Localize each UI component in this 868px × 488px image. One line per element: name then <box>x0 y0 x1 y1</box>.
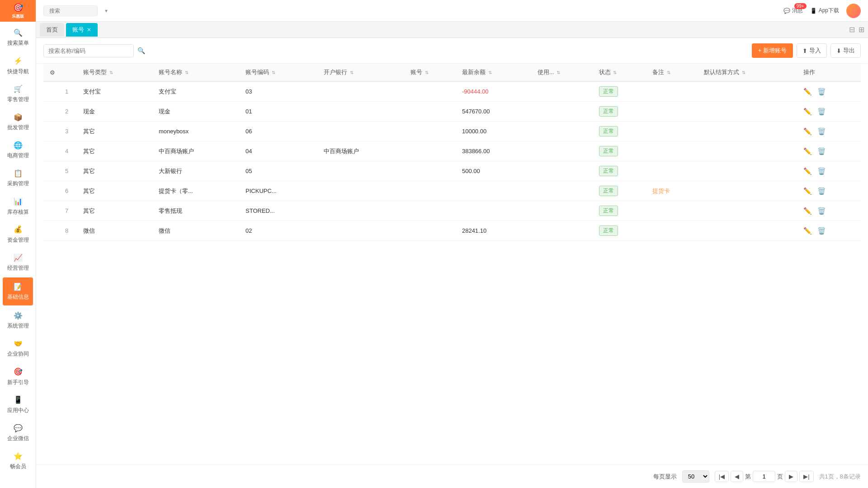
col-account-number[interactable]: 账号 ⇅ <box>407 64 458 81</box>
edit-button-1[interactable]: ✏️ <box>803 108 812 116</box>
sidebar-item-inventory-check[interactable]: 📊库存核算 <box>0 192 36 220</box>
row-default-settlement-2 <box>700 122 800 141</box>
page-nav: |◀ ◀ 第 页 ▶ ▶| <box>715 471 814 482</box>
tab-minimize-icon[interactable]: ⊟ <box>849 25 855 34</box>
col-account-name[interactable]: 账号名称 ⇅ <box>155 64 242 81</box>
sidebar-item-purchase-mgmt[interactable]: 📋采购管理 <box>0 164 36 192</box>
tabs-bar: 首页 账号 ✕ ⊟ ⊞ <box>36 22 868 38</box>
sidebar-item-quick-nav[interactable]: ⚡快捷导航 <box>0 52 36 80</box>
sidebar-icon-vip-member: ⭐ <box>14 451 23 461</box>
delete-button-4[interactable]: 🗑️ <box>817 167 826 175</box>
sidebar-item-vip-member[interactable]: ⭐畅会员 <box>0 447 36 475</box>
delete-button-0[interactable]: 🗑️ <box>817 88 826 96</box>
sidebar-item-beginner-guide[interactable]: 🎯新手引导 <box>0 362 36 390</box>
col-usage[interactable]: 使用... ⇅ <box>534 64 595 81</box>
sidebar-item-basic-info[interactable]: 📝基础信息 <box>3 277 33 305</box>
col-bank[interactable]: 开户银行 ⇅ <box>320 64 407 81</box>
row-index-4: 5 <box>61 161 80 181</box>
top-header-right: 💬 消息 99+ 📱 App下载 <box>783 4 861 18</box>
sidebar-item-enterprise-wechat[interactable]: 💬企业微信 <box>0 419 36 447</box>
delete-button-7[interactable]: 🗑️ <box>817 227 826 235</box>
first-page-button[interactable]: |◀ <box>715 471 729 482</box>
sidebar-icon-search-order: 🔍 <box>14 28 23 38</box>
row-status-5: 正常 <box>595 181 649 201</box>
top-header: ▾ 💬 消息 99+ 📱 App下载 <box>36 0 868 22</box>
sidebar-label-wholesale-mgmt: 批发管理 <box>7 124 29 131</box>
row-settings-7 <box>43 221 61 241</box>
delete-button-1[interactable]: 🗑️ <box>817 108 826 116</box>
delete-button-6[interactable]: 🗑️ <box>817 207 826 215</box>
search-icon[interactable]: 🔍 <box>137 47 145 54</box>
delete-button-2[interactable]: 🗑️ <box>817 127 826 136</box>
app-download-button[interactable]: 📱 App下载 <box>810 7 839 14</box>
edit-button-5[interactable]: ✏️ <box>803 187 812 195</box>
page-size-select[interactable]: 50 100 200 <box>682 470 709 483</box>
row-default-settlement-5 <box>700 181 800 201</box>
user-avatar[interactable] <box>846 4 861 18</box>
table-header-row: ⚙ 账号类型 ⇅ 账号名称 ⇅ 账号编码 ⇅ 开户银行 ⇅ 账号 ⇅ 最新余额 … <box>43 64 861 81</box>
dropdown-arrow-icon[interactable]: ▾ <box>105 8 108 14</box>
row-balance-6 <box>458 201 534 221</box>
row-usage-0 <box>534 81 595 102</box>
sidebar-item-retail-mgmt[interactable]: 🛒零售管理 <box>0 80 36 108</box>
row-usage-3 <box>534 141 595 161</box>
import-button[interactable]: ⬆ 导入 <box>797 43 827 58</box>
sidebar-item-enterprise-agreement[interactable]: 🤝企业协同 <box>0 334 36 362</box>
row-status-1: 正常 <box>595 102 649 122</box>
sidebar-item-ecommerce-mgmt[interactable]: 🌐电商管理 <box>0 136 36 164</box>
tab-maximize-icon[interactable]: ⊞ <box>859 25 864 34</box>
search-input[interactable] <box>43 44 134 57</box>
tab-home[interactable]: 首页 <box>40 23 64 37</box>
row-account-name-5: 提货卡（零... <box>155 181 242 201</box>
edit-button-0[interactable]: ✏️ <box>803 88 812 96</box>
col-operation: 操作 <box>800 64 861 81</box>
edit-button-6[interactable]: ✏️ <box>803 207 812 215</box>
pagination-bar: 每页显示 50 100 200 |◀ ◀ 第 页 ▶ ▶| 共1页，8条记录 <box>36 465 868 488</box>
row-settings-2 <box>43 122 61 141</box>
col-default-settlement[interactable]: 默认结算方式 ⇅ <box>700 64 800 81</box>
sidebar-item-app-center[interactable]: 📱应用中心 <box>0 390 36 418</box>
sidebar-item-search-order[interactable]: 🔍搜索菜单 <box>0 23 36 52</box>
row-usage-4 <box>534 161 595 181</box>
last-page-button[interactable]: ▶| <box>799 471 813 482</box>
sidebar-label-vip-member: 畅会员 <box>10 463 26 470</box>
sidebar-item-system-mgmt[interactable]: ⚙️系统管理 <box>0 306 36 334</box>
col-balance[interactable]: 最新余额 ⇅ <box>458 64 534 81</box>
sidebar-icon-inventory-check: 📊 <box>14 197 23 206</box>
table-row: 1 支付宝 支付宝 03 -90444.00 正常 ✏️ 🗑️ <box>43 81 861 102</box>
col-status[interactable]: 状态 ⇅ <box>595 64 649 81</box>
add-account-button[interactable]: + 新增账号 <box>752 43 793 58</box>
row-index-3: 4 <box>61 141 80 161</box>
row-account-name-0: 支付宝 <box>155 81 242 102</box>
edit-button-4[interactable]: ✏️ <box>803 167 812 175</box>
table-row: 7 其它 零售抵现 STORED... 正常 ✏️ 🗑️ <box>43 201 861 221</box>
sidebar-label-ecommerce-mgmt: 电商管理 <box>7 152 29 160</box>
delete-button-5[interactable]: 🗑️ <box>817 187 826 195</box>
col-settings[interactable]: ⚙ <box>43 64 61 81</box>
export-button[interactable]: ⬇ 导出 <box>830 43 861 58</box>
col-account-type[interactable]: 账号类型 ⇅ <box>80 64 155 81</box>
col-account-code[interactable]: 账号编码 ⇅ <box>242 64 320 81</box>
edit-button-3[interactable]: ✏️ <box>803 147 812 155</box>
row-bank-3: 中百商场账户 <box>320 141 407 161</box>
edit-button-2[interactable]: ✏️ <box>803 127 812 136</box>
prev-page-button[interactable]: ◀ <box>731 471 743 482</box>
col-remark[interactable]: 备注 ⇅ <box>649 64 700 81</box>
top-search-input[interactable] <box>43 5 98 16</box>
row-remark-5: 提货卡 <box>649 181 700 201</box>
row-status-0: 正常 <box>595 81 649 102</box>
tab-accounts[interactable]: 账号 ✕ <box>66 23 98 37</box>
next-page-button[interactable]: ▶ <box>785 471 797 482</box>
sidebar-item-operations-mgmt[interactable]: 📈经营管理 <box>0 249 36 277</box>
delete-button-3[interactable]: 🗑️ <box>817 147 826 155</box>
row-account-number-7 <box>407 221 458 241</box>
notification-button[interactable]: 💬 消息 99+ <box>783 7 803 14</box>
edit-button-7[interactable]: ✏️ <box>803 227 812 235</box>
sidebar-item-wholesale-mgmt[interactable]: 📦批发管理 <box>0 108 36 136</box>
row-account-name-3: 中百商场账户 <box>155 141 242 161</box>
row-bank-6 <box>320 201 407 221</box>
tab-accounts-close-icon[interactable]: ✕ <box>87 27 91 33</box>
row-settings-6 <box>43 201 61 221</box>
page-input[interactable] <box>753 471 775 482</box>
sidebar-item-capital-mgmt[interactable]: 💰资金管理 <box>0 220 36 248</box>
